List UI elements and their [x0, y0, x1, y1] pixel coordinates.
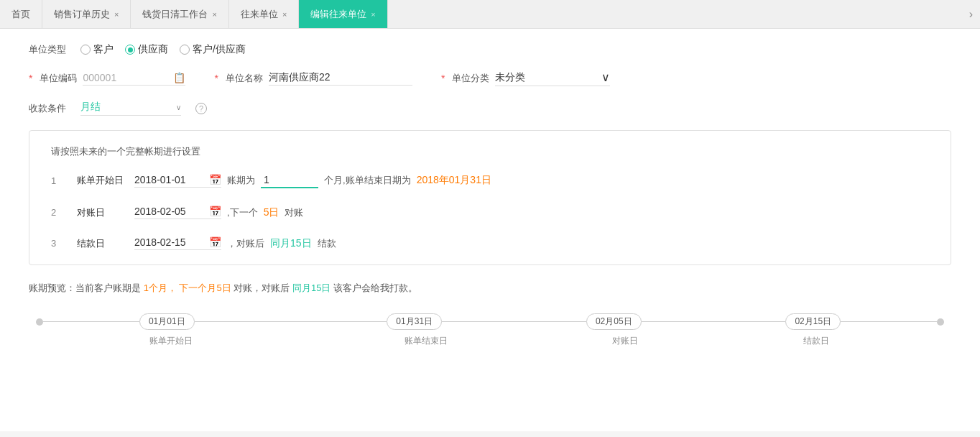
timeline-line-5 — [841, 321, 937, 322]
unit-code-copy-icon[interactable]: 📋 — [173, 72, 185, 83]
tab-edit-partner-label: 编辑往来单位 — [310, 8, 366, 21]
tab-edit-partner-close[interactable]: × — [371, 10, 375, 19]
step-3-prefix: ，对账后 — [227, 237, 264, 250]
timeline-label-1: 账单开始日 — [142, 334, 200, 347]
unit-name-input[interactable] — [269, 72, 412, 83]
unit-info-row: * 单位编码 📋 * 单位名称 * 单位分类 未分类 ∨ — [29, 70, 951, 86]
timeline-node-2: 01月31日 — [387, 313, 442, 330]
timeline-line-2 — [195, 321, 387, 322]
step-2-label: 对账日 — [77, 206, 134, 219]
step-2-day-highlight: 5日 — [264, 206, 279, 219]
step-1-suffix-before: 账期为 — [227, 174, 255, 187]
radio-supplier[interactable]: 供应商 — [125, 43, 168, 56]
tab-partner-unit-label: 往来单位 — [241, 8, 278, 21]
timeline: 01月01日 01月31日 02月05日 02月15日 — [29, 313, 951, 330]
radio-both-label: 客户/供应商 — [193, 43, 246, 56]
step-2-content: 📅 ,下一个 5日 对账 — [134, 206, 929, 219]
tab-home-label: 首页 — [11, 8, 30, 21]
tab-cash-work-close[interactable]: × — [212, 10, 216, 19]
help-icon[interactable]: ? — [195, 103, 207, 114]
radio-customer[interactable]: 客户 — [80, 43, 114, 56]
unit-code-input[interactable] — [83, 72, 169, 83]
timeline-label-2: 账单结束日 — [397, 334, 455, 347]
step-1-suffix-after: 个月,账单结束日期为 — [324, 174, 411, 187]
tab-home[interactable]: 首页 — [0, 0, 42, 28]
step-1-content: 📅 账期为 个月,账单结束日期为 2018年01月31日 — [134, 172, 929, 188]
preview-part2: 下一个月5日 — [179, 282, 231, 293]
payment-terms-label: 收款条件 — [29, 102, 66, 115]
step-1-label: 账单开始日 — [77, 174, 134, 187]
preview-part3: 同月15日 — [292, 282, 330, 293]
step-3-day-highlight: 同月15日 — [270, 237, 312, 250]
months-input[interactable] — [261, 172, 318, 188]
step-2-date-input[interactable] — [134, 206, 206, 217]
timeline-node-1: 01月01日 — [139, 313, 195, 330]
step-2-row: 2 对账日 📅 ,下一个 5日 对账 — [51, 206, 929, 219]
preview-section: 账期预览：当前客户账期是 1个月， 下一个月5日 对账，对账后 同月15日 该客… — [29, 280, 951, 296]
step-1-date-wrap: 📅 — [134, 174, 221, 188]
radio-supplier-label: 供应商 — [138, 43, 168, 56]
tab-sales-order-close[interactable]: × — [114, 10, 119, 19]
radio-customer-circle — [80, 45, 91, 55]
radio-both[interactable]: 客户/供应商 — [180, 43, 246, 56]
unit-type-label: 单位类型 — [29, 43, 66, 56]
step-1-date-input[interactable] — [134, 174, 206, 185]
unit-type-row: 单位类型 客户 供应商 客户/供应商 — [29, 43, 951, 56]
step-3-date-wrap: 📅 — [134, 236, 221, 250]
step-3-row: 3 结款日 📅 ，对账后 同月15日 结款 — [51, 236, 929, 250]
timeline-badge-1: 01月01日 — [139, 313, 195, 330]
section-title: 请按照未来的一个完整帐期进行设置 — [51, 145, 929, 158]
step-1-end-date: 2018年01月31日 — [417, 174, 491, 187]
preview-end: 该客户会给我打款。 — [333, 282, 417, 293]
step-1-num: 1 — [51, 175, 77, 186]
tab-partner-unit[interactable]: 往来单位 × — [229, 0, 299, 28]
unit-classify-dropdown[interactable]: 未分类 ∨ — [495, 70, 610, 86]
tab-more-button[interactable]: › — [962, 8, 980, 21]
unit-code-wrap: 📋 — [83, 72, 185, 86]
timeline-node-3: 02月05日 — [586, 313, 642, 330]
timeline-line-3 — [442, 321, 586, 322]
step-2-calendar-icon[interactable]: 📅 — [209, 206, 221, 217]
preview-mid: 对账，对账后 — [234, 282, 290, 293]
step-3-num: 3 — [51, 238, 77, 249]
unit-classify-value: 未分类 — [495, 71, 598, 84]
step-3-label: 结款日 — [77, 237, 134, 250]
tab-cash-work[interactable]: 钱货日清工作台 × — [131, 0, 228, 28]
payment-terms-arrow-icon: ∨ — [176, 104, 181, 111]
step-1-row: 1 账单开始日 📅 账期为 个月,账单结束日期为 2018年01月31日 — [51, 172, 929, 188]
unit-code-required: * — [29, 73, 32, 84]
unit-classify-required: * — [441, 73, 445, 84]
timeline-start-dot — [36, 318, 43, 326]
radio-both-circle — [180, 45, 190, 55]
step-3-date-input[interactable] — [134, 236, 206, 248]
timeline-line-1 — [43, 321, 139, 322]
timeline-line-4 — [642, 321, 786, 322]
step-1-calendar-icon[interactable]: 📅 — [209, 174, 221, 185]
tab-sales-order-label: 销售订单历史 — [54, 8, 110, 21]
timeline-badge-3: 02月05日 — [586, 313, 642, 330]
unit-name-required: * — [214, 73, 218, 84]
step-3-calendar-icon[interactable]: 📅 — [209, 236, 221, 248]
payment-terms-dropdown[interactable]: 月结 ∨ — [80, 101, 181, 116]
unit-name-label: 单位名称 — [226, 72, 263, 85]
period-settings-section: 请按照未来的一个完整帐期进行设置 1 账单开始日 📅 账期为 个月,账单结束日期… — [29, 130, 951, 265]
tab-sales-order[interactable]: 销售订单历史 × — [42, 0, 131, 28]
timeline-end-dot — [937, 318, 944, 326]
classify-arrow-icon: ∨ — [601, 70, 610, 84]
unit-code-label: 单位编码 — [40, 72, 77, 85]
timeline-badge-4: 02月15日 — [785, 313, 841, 330]
payment-terms-row: 收款条件 月结 ∨ ? — [29, 101, 951, 116]
tab-edit-partner[interactable]: 编辑往来单位 × — [299, 0, 387, 28]
preview-label: 账期预览：当前客户账期是 — [29, 282, 141, 293]
step-2-suffix: 对账 — [285, 206, 303, 219]
unit-classify-label: 单位分类 — [452, 72, 489, 85]
tab-bar: 首页 销售订单历史 × 钱货日清工作台 × 往来单位 × 编辑往来单位 × › — [0, 0, 980, 29]
timeline-node-4: 02月15日 — [785, 313, 841, 330]
step-2-num: 2 — [51, 207, 77, 218]
step-3-suffix: 结款 — [318, 237, 336, 250]
timeline-label-3: 对账日 — [604, 334, 647, 347]
payment-terms-value: 月结 — [80, 101, 173, 114]
tab-partner-unit-close[interactable]: × — [282, 10, 287, 19]
radio-customer-label: 客户 — [93, 43, 114, 56]
step-2-date-wrap: 📅 — [134, 206, 221, 219]
